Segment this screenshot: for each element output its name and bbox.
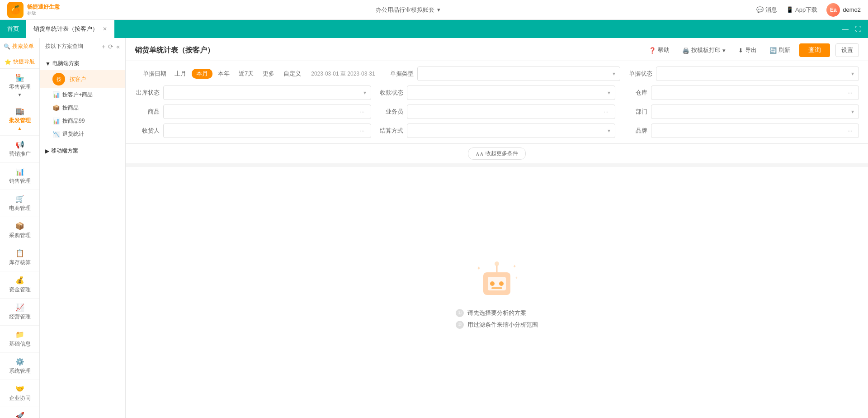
add-scheme-btn[interactable]: + — [102, 43, 105, 50]
scheme-p99-icon: 📊 — [52, 118, 60, 124]
finance-label: 资金管理 — [9, 286, 31, 294]
payment-status-label: 收款状态 — [378, 89, 403, 97]
industry-selector[interactable]: 办公用品行业模拟账套 ▾ — [376, 6, 440, 14]
settle-control[interactable]: ▾ — [407, 124, 615, 138]
scheme-cp-icon: 📊 — [52, 91, 60, 98]
custom-date-btn[interactable]: 自定义 — [280, 69, 305, 79]
help-label: 帮助 — [658, 46, 670, 54]
department-dropdown: ▾ — [851, 109, 854, 115]
sidebar-item-system[interactable]: ⚙️ 系统管理 — [0, 353, 39, 380]
message-label: 消息 — [765, 6, 777, 14]
print-icon: 🖨️ — [682, 47, 689, 54]
tab-home[interactable]: 首页 — [0, 20, 26, 38]
help-icon: ❓ — [649, 47, 656, 54]
sidebar-nav[interactable]: ⭐ 快捷导航 — [0, 55, 39, 69]
minimize-btn[interactable]: — — [841, 24, 850, 33]
payment-status-control[interactable]: ▾ — [407, 86, 615, 100]
download-icon: 📱 — [786, 6, 793, 13]
receiver-more: ··· — [358, 128, 366, 134]
refresh-scheme-btn[interactable]: ⟳ — [108, 43, 113, 50]
doc-status-label: 单据状态 — [627, 70, 652, 78]
desktop-group-label: 电脑端方案 — [52, 60, 80, 67]
department-label: 部门 — [623, 108, 647, 116]
salesman-more: ··· — [602, 109, 610, 115]
sidebar-item-basic[interactable]: 📁 基础信息 — [0, 326, 39, 353]
doc-type-control[interactable]: ▾ — [417, 66, 620, 81]
maximize-btn[interactable]: ⛶ — [854, 24, 863, 33]
export-btn[interactable]: ⬇ 导出 — [735, 44, 760, 56]
sidebar-item-inventory[interactable]: 📋 库存核算 — [0, 244, 39, 271]
receiver-control[interactable]: ··· — [163, 124, 371, 138]
tip-text-1: 请先选择要分析的方案 — [467, 309, 526, 317]
doc-status-control[interactable]: ▾ — [656, 66, 859, 81]
scheme-item-by-customer[interactable]: 按 按客户 — [40, 70, 125, 88]
salesman-control[interactable]: ··· — [407, 104, 615, 119]
scheme-item-return-stat[interactable]: 📉 退货统计 — [40, 128, 125, 141]
finance-icon: 💰 — [15, 276, 24, 285]
export-label: 导出 — [745, 46, 757, 54]
system-label: 系统管理 — [9, 367, 31, 375]
message-btn[interactable]: 💬 消息 — [756, 6, 777, 14]
sidebar-item-ecommerce[interactable]: 🛒 电商管理 — [0, 190, 39, 217]
brand-control[interactable]: ··· — [651, 124, 859, 138]
payment-status-dropdown: ▾ — [608, 90, 610, 96]
last-month-btn[interactable]: 上月 — [171, 69, 190, 79]
sidebar-search[interactable]: 🔍 搜索菜单 — [0, 38, 39, 55]
this-month-btn[interactable]: 本月 — [192, 69, 212, 79]
svg-text:✦: ✦ — [515, 276, 518, 280]
sidebar-item-retail[interactable]: 🏪 零售管理 ▼ — [0, 69, 39, 102]
settings-btn[interactable]: 设置 — [835, 43, 859, 57]
desktop-group-header[interactable]: ▼ 电脑端方案 — [40, 57, 125, 70]
sidebar-item-cooperation[interactable]: 🤝 企业协同 — [0, 380, 39, 407]
this-year-btn[interactable]: 本年 — [214, 69, 233, 79]
collapse-btn[interactable]: ∧∧ 收起更多条件 — [468, 147, 526, 160]
brand-more: ··· — [846, 128, 854, 134]
system-icon: ⚙️ — [15, 357, 24, 366]
last-7-days-btn[interactable]: 近7天 — [235, 69, 257, 79]
filter-row-3: 商品 ··· 业务员 ··· 部门 — [135, 104, 859, 119]
department-control[interactable]: ▾ — [651, 104, 859, 119]
help-btn[interactable]: ❓ 帮助 — [645, 44, 673, 56]
query-btn[interactable]: 查询 — [799, 43, 830, 57]
out-status-dropdown: ▾ — [363, 90, 366, 96]
sidebar-item-finance[interactable]: 💰 资金管理 — [0, 271, 39, 299]
scheme-item-by-customer-product[interactable]: 📊 按客户+商品 — [40, 88, 125, 101]
empty-tip-2: ② 用过滤条件来缩小分析范围 — [456, 321, 538, 329]
tab-bar: 首页 销货单统计表（按客户） ✕ — ⛶ — [0, 20, 868, 38]
department-filter: 部门 ▾ — [623, 104, 859, 119]
sidebar-item-operation[interactable]: 📈 经营管理 — [0, 299, 39, 326]
scheme-by-customer-label: 按客户 — [70, 76, 86, 83]
doc-type-filter: 单据类型 ▾ — [389, 66, 620, 81]
print-btn[interactable]: 🖨️ 按模板打印 ▾ — [679, 44, 729, 56]
marketing-label: 营销推广 — [9, 150, 31, 158]
panel-title: 按以下方案查询 — [45, 43, 83, 50]
sidebar-item-marketing[interactable]: 📢 营销推广 — [0, 136, 39, 163]
mobile-group-header[interactable]: ▶ 移动端方案 — [40, 144, 125, 157]
goods-filter: 商品 ··· — [135, 104, 371, 119]
scheme-item-by-product[interactable]: 📦 按商品 — [40, 101, 125, 114]
export-icon: ⬇ — [738, 47, 743, 54]
goods-control[interactable]: ··· — [163, 104, 371, 119]
warehouse-filter: 仓库 ··· — [623, 86, 859, 100]
panel-header: 按以下方案查询 + ⟳ « — [40, 38, 125, 55]
user-area[interactable]: Ea demo2 — [826, 3, 861, 17]
logo-text-area: 畅捷通好生意 标版 — [27, 4, 60, 15]
date-shortcuts: 上月 本月 本年 近7天 更多 自定义 — [171, 69, 305, 79]
sidebar-item-purchase[interactable]: 📦 采购管理 — [0, 217, 39, 244]
scheme-item-by-product-99[interactable]: 📊 按商品99 — [40, 114, 125, 128]
retail-icon: 🏪 — [15, 73, 24, 82]
more-date-btn[interactable]: 更多 — [259, 69, 278, 79]
retail-expand-icon: ▼ — [18, 92, 22, 97]
collapse-panel-btn[interactable]: « — [116, 43, 120, 50]
sidebar-item-newbie[interactable]: 🚀 新手引导 — [0, 407, 39, 418]
warehouse-control[interactable]: ··· — [651, 86, 859, 100]
sidebar-item-wholesale[interactable]: 🏬 批发管理 ▲ — [0, 102, 39, 136]
app-download-btn[interactable]: 📱 App下载 — [786, 6, 817, 14]
refresh-btn[interactable]: 🔄 刷新 — [766, 44, 794, 56]
tab-close-icon[interactable]: ✕ — [103, 26, 107, 32]
out-status-control[interactable]: ▾ — [163, 86, 371, 100]
sidebar-item-sales[interactable]: 📊 销售管理 — [0, 163, 39, 190]
tab-sales-stat[interactable]: 销货单统计表（按客户） ✕ — [26, 20, 114, 38]
payment-status-filter: 收款状态 ▾ — [378, 86, 615, 100]
panel-header-title: 按以下方案查询 — [45, 43, 83, 50]
